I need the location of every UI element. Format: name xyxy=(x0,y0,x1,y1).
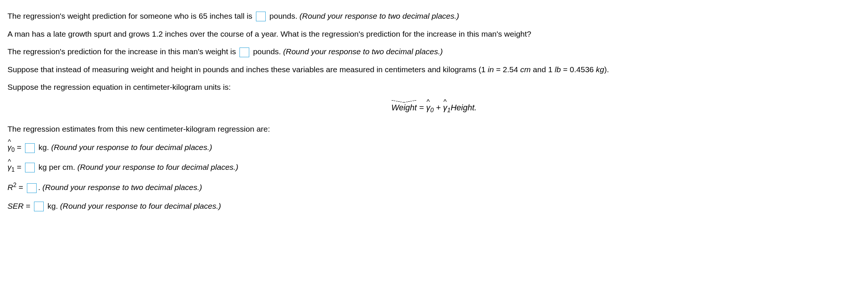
text: pounds. xyxy=(269,12,297,20)
param-r-squared: R2 = . (Round your response to two decim… xyxy=(7,180,861,194)
plus: + xyxy=(434,103,443,112)
text: and 1 xyxy=(531,65,555,74)
equals: = xyxy=(15,163,24,171)
param-gamma0: γ0 = kg. (Round your response to four de… xyxy=(7,141,861,154)
height-label: Height. xyxy=(451,103,477,112)
hint: (Round your response to two decimal plac… xyxy=(283,47,443,56)
unit: kg. xyxy=(38,143,49,151)
question-weight-increase: The regression's prediction for the incr… xyxy=(7,45,861,58)
text: = 0.4536 xyxy=(561,65,596,74)
sub-1: 1 xyxy=(12,166,15,173)
unit-cm: cm xyxy=(520,65,531,74)
param-gamma1: γ1 = kg per cm. (Round your response to … xyxy=(7,161,861,174)
text: Suppose that instead of measuring weight… xyxy=(7,65,488,74)
weight-hat: Weight xyxy=(391,101,417,114)
question-growth-spurt: A man has a late growth spurt and grows … xyxy=(7,28,861,40)
text: A man has a late growth spurt and grows … xyxy=(7,30,531,38)
unit: . xyxy=(38,183,40,192)
text: The regression's weight prediction for s… xyxy=(7,12,252,20)
gamma-sym: γ xyxy=(7,143,12,151)
question-estimates-intro: The regression estimates from this new c… xyxy=(7,123,861,135)
text: = 2.54 xyxy=(494,65,521,74)
hint: (Round your response to four decimal pla… xyxy=(60,202,221,210)
sub-1: 1 xyxy=(447,107,451,113)
question-unit-conversion: Suppose that instead of measuring weight… xyxy=(7,63,861,76)
text: pounds. xyxy=(253,47,281,56)
equals: = xyxy=(417,103,426,112)
input-ser[interactable] xyxy=(34,202,44,211)
unit: kg per cm. xyxy=(38,163,75,171)
hint: (Round your response to four decimal pla… xyxy=(51,143,212,151)
text: ). xyxy=(604,65,609,74)
equals: = xyxy=(16,183,25,192)
unit-in: in xyxy=(488,65,494,74)
input-gamma0[interactable] xyxy=(25,143,35,153)
input-r-squared[interactable] xyxy=(27,183,37,193)
equals: = xyxy=(24,202,33,210)
gamma-sym: γ xyxy=(7,163,12,171)
text: The regression's prediction for the incr… xyxy=(7,47,236,56)
unit-lb: lb xyxy=(555,65,561,74)
unit: kg. xyxy=(47,202,58,210)
ser-symbol: SER xyxy=(7,202,24,210)
hint: (Round your response to four decimal pla… xyxy=(77,163,238,171)
question-regression-intro: Suppose the regression equation in centi… xyxy=(7,81,861,94)
sub-0: 0 xyxy=(430,107,433,113)
param-ser: SER = kg. (Round your response to four d… xyxy=(7,200,861,212)
gamma1-symbol: γ xyxy=(7,161,12,174)
gamma1-hat: γ xyxy=(443,101,447,114)
gamma-sym: γ xyxy=(426,103,430,112)
input-weight-increase[interactable] xyxy=(240,48,249,57)
gamma-sym: γ xyxy=(443,103,447,112)
question-weight-prediction: The regression's weight prediction for s… xyxy=(7,10,861,22)
equals: = xyxy=(15,143,24,151)
regression-equation: Weight = γ0 + γ1Height. xyxy=(7,101,861,115)
hint: (Round your response to two decimal plac… xyxy=(43,183,202,192)
unit-kg: kg xyxy=(596,65,604,74)
sup-2: 2 xyxy=(13,182,16,188)
gamma0-hat: γ xyxy=(426,101,430,114)
weight-label: Weight xyxy=(391,103,417,112)
gamma0-symbol: γ xyxy=(7,141,12,154)
input-weight-65[interactable] xyxy=(256,12,266,21)
r-symbol: R xyxy=(7,183,13,192)
sub-0: 0 xyxy=(12,147,15,153)
input-gamma1[interactable] xyxy=(25,163,35,172)
text: The regression estimates from this new c… xyxy=(7,125,270,133)
hint: (Round your response to two decimal plac… xyxy=(300,12,459,20)
text: Suppose the regression equation in centi… xyxy=(7,83,231,91)
